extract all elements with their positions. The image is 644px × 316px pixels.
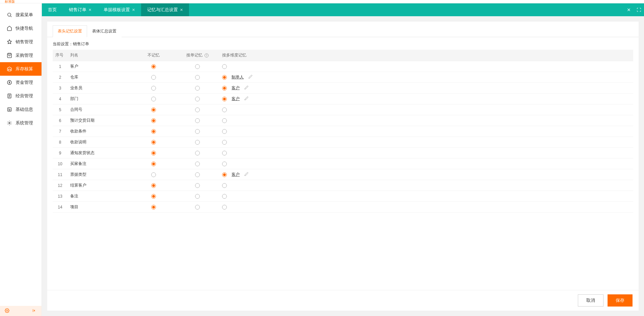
radio-no-remember[interactable] (151, 151, 156, 155)
cell-name: 票据类型 (68, 169, 132, 180)
radio-by-multi[interactable] (222, 86, 227, 91)
cell-seq: 11 (53, 169, 68, 180)
table-row: 4部门客户 (53, 94, 633, 104)
cell-name: 备注 (68, 191, 132, 202)
radio-by-order[interactable] (195, 107, 200, 112)
sidebar-item-0[interactable]: 搜索菜单 (0, 8, 42, 22)
radio-no-remember[interactable] (151, 183, 156, 188)
cell-name: 预计交货日期 (68, 115, 132, 126)
radio-by-multi[interactable] (222, 64, 227, 69)
radio-by-multi[interactable] (222, 107, 227, 112)
cell-name: 部门 (68, 94, 132, 104)
radio-no-remember[interactable] (151, 118, 156, 123)
radio-by-multi[interactable] (222, 129, 227, 134)
radio-by-order[interactable] (195, 162, 200, 166)
close-icon[interactable]: ✕ (132, 8, 135, 12)
table-row: 7收款条件 (53, 126, 633, 137)
svg-point-0 (8, 13, 11, 16)
radio-by-order[interactable] (195, 183, 200, 188)
radio-by-order[interactable] (195, 86, 200, 91)
sidebar-item-2[interactable]: 销售管理 (0, 35, 42, 49)
radio-by-order[interactable] (195, 205, 200, 210)
sidebar-item-1[interactable]: 快捷导航 (0, 22, 42, 35)
tab-label: 首页 (48, 7, 57, 13)
cell-seq: 6 (53, 115, 68, 126)
radio-by-order[interactable] (195, 118, 200, 123)
close-icon[interactable]: ✕ (88, 8, 91, 12)
sidebar-item-5[interactable]: 资金管理 (0, 76, 42, 89)
multi-dimension-link[interactable]: 客户 (232, 172, 240, 177)
sidebar-item-6[interactable]: 经营管理 (0, 89, 42, 103)
radio-by-order[interactable] (195, 129, 200, 134)
cell-name: 买家备注 (68, 159, 132, 169)
cancel-button[interactable]: 取消 (578, 294, 603, 307)
help-icon[interactable]: ? (205, 53, 209, 57)
radio-no-remember[interactable] (151, 97, 156, 101)
save-button[interactable]: 保存 (608, 294, 633, 307)
edit-icon[interactable] (244, 86, 248, 91)
radio-no-remember[interactable] (151, 129, 156, 134)
radio-by-order[interactable] (195, 140, 200, 145)
edit-icon[interactable] (248, 75, 252, 80)
cell-name: 客户 (68, 61, 132, 72)
cell-seq: 4 (53, 94, 68, 104)
fullscreen-icon[interactable] (634, 3, 644, 16)
cell-seq: 12 (53, 180, 68, 191)
sidebar-item-label: 资金管理 (16, 79, 33, 86)
close-all-tabs-icon[interactable] (624, 3, 634, 16)
panel-tab-0[interactable]: 表头记忆设置 (53, 25, 87, 37)
radio-by-multi[interactable] (222, 194, 227, 199)
collapse-sidebar-icon[interactable] (32, 308, 37, 314)
sidebar-item-4[interactable]: 库存核算 (0, 62, 42, 76)
radio-by-multi[interactable] (222, 151, 227, 155)
radio-by-multi[interactable] (222, 97, 227, 101)
radio-by-order[interactable] (195, 64, 200, 69)
sidebar-item-7[interactable]: 基础信息 (0, 103, 42, 116)
radio-by-order[interactable] (195, 151, 200, 155)
radio-no-remember[interactable] (151, 162, 156, 166)
radio-no-remember[interactable] (151, 140, 156, 145)
radio-by-multi[interactable] (222, 172, 227, 177)
radio-by-order[interactable] (195, 194, 200, 199)
radio-by-multi[interactable] (222, 75, 227, 80)
radio-by-multi[interactable] (222, 140, 227, 145)
cell-seq: 10 (53, 159, 68, 169)
multi-dimension-link[interactable]: 客户 (232, 96, 240, 102)
radio-by-multi[interactable] (222, 118, 227, 123)
edit-icon[interactable] (244, 96, 248, 101)
tab-1[interactable]: 销售订单✕ (63, 3, 98, 16)
tab-3[interactable]: 记忆与汇总设置✕ (141, 3, 189, 16)
radio-no-remember[interactable] (151, 194, 156, 199)
radio-no-remember[interactable] (151, 205, 156, 210)
sidebar-item-8[interactable]: 系统管理 (0, 116, 42, 130)
gear-icon (7, 120, 12, 126)
tab-0[interactable]: 首页 (42, 3, 63, 16)
close-icon[interactable]: ✕ (180, 8, 183, 12)
doc-icon (7, 93, 12, 99)
sidebar-item-label: 采购管理 (16, 52, 33, 58)
tab-2[interactable]: 单据模板设置✕ (98, 3, 141, 16)
money-icon (7, 80, 12, 85)
radio-by-order[interactable] (195, 172, 200, 177)
radio-by-order[interactable] (195, 97, 200, 101)
radio-no-remember[interactable] (151, 172, 156, 177)
panel-tab-1[interactable]: 表体汇总设置 (87, 25, 122, 37)
radio-by-multi[interactable] (222, 205, 227, 210)
settings-icon[interactable] (5, 308, 9, 314)
multi-dimension-link[interactable]: 客户 (232, 85, 240, 91)
radio-by-multi[interactable] (222, 162, 227, 166)
radio-no-remember[interactable] (151, 75, 156, 80)
radio-by-multi[interactable] (222, 183, 227, 188)
radio-no-remember[interactable] (151, 107, 156, 112)
radio-no-remember[interactable] (151, 86, 156, 91)
multi-dimension-link[interactable]: 制单人 (232, 74, 244, 80)
radio-by-order[interactable] (195, 75, 200, 80)
radio-no-remember[interactable] (151, 64, 156, 69)
sidebar-item-label: 销售管理 (16, 39, 33, 45)
cell-seq: 14 (53, 202, 68, 213)
cell-name: 合同号 (68, 104, 132, 115)
cell-name: 收款说明 (68, 137, 132, 148)
sidebar-item-3[interactable]: 采购管理 (0, 49, 42, 62)
cell-seq: 7 (53, 126, 68, 137)
edit-icon[interactable] (244, 172, 248, 177)
